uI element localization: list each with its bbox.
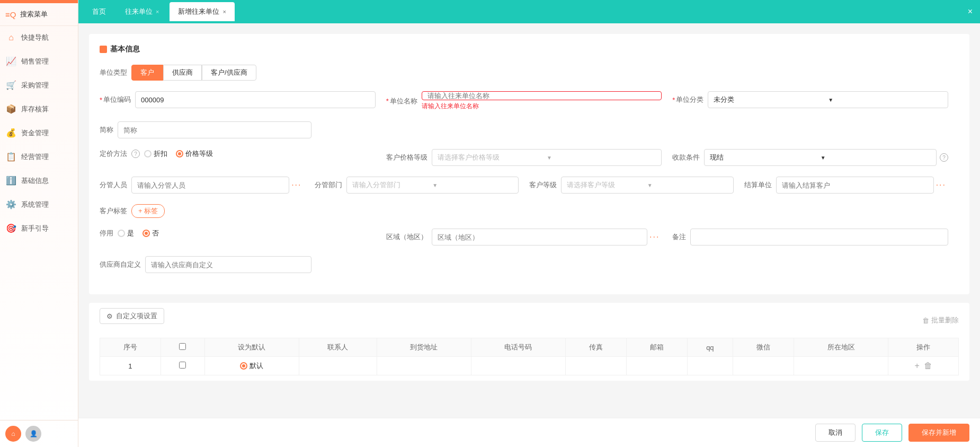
payment-select[interactable]: 现结 ▼	[704, 149, 937, 166]
sidebar-item-label: 资金管理	[21, 128, 49, 138]
row-email	[626, 357, 687, 375]
sidebar-item-guide[interactable]: 🎯 新手引导	[0, 216, 78, 240]
form-content: 基本信息 单位类型 客户 供应商 客户/供应商 * 单位编码	[78, 23, 980, 418]
pricing-level-radio[interactable]: 价格等级	[176, 149, 213, 159]
supplier-custom-label: 供应商自定义	[100, 260, 141, 269]
select-all-checkbox[interactable]	[179, 343, 186, 350]
row-action-group: + 🗑	[894, 361, 953, 371]
customer-level-field: 客户等级 请选择客户等级 ▼	[529, 177, 744, 194]
row-contact	[299, 357, 377, 375]
settlement-more-btn[interactable]: ···	[934, 180, 948, 190]
purchase-icon: 🛒	[5, 80, 17, 90]
name-input[interactable]	[422, 91, 662, 100]
payment-help-icon[interactable]: ?	[940, 153, 948, 162]
sidebar-home-btn[interactable]: ⌂	[5, 426, 21, 442]
pricing-level-circle	[176, 150, 183, 157]
unit-type-group: 客户 供应商 客户/供应商	[131, 65, 256, 81]
manager-input[interactable]	[131, 177, 289, 194]
save-new-button[interactable]: 保存并新增	[908, 424, 969, 442]
region-label: 区域（地区）	[386, 232, 427, 242]
row-delete-btn[interactable]: 🗑	[924, 361, 932, 371]
pricing-help-icon[interactable]: ?	[131, 150, 140, 158]
col-id: 序号	[100, 338, 161, 357]
sidebar-item-sales[interactable]: 📈 销售管理	[0, 49, 78, 73]
disabled-no-radio[interactable]: 否	[142, 229, 159, 238]
code-input[interactable]	[135, 91, 376, 108]
settlement-input[interactable]	[776, 177, 934, 194]
batch-delete-icon: 🗑	[922, 317, 929, 325]
row-default-circle	[240, 362, 247, 370]
col-checkbox	[161, 338, 204, 357]
tab-partners-close[interactable]: ×	[156, 8, 159, 15]
remark-input[interactable]	[690, 229, 948, 246]
col-actions: 操作	[888, 338, 959, 357]
row-qq	[687, 357, 733, 375]
department-field: 分管部门 请输入分管部门 ▼	[315, 177, 530, 194]
unit-type-supplier[interactable]: 供应商	[163, 65, 202, 81]
name-label: 单位名称	[390, 97, 417, 106]
sidebar-item-label: 采购管理	[21, 81, 49, 90]
supplier-custom-input[interactable]	[145, 256, 311, 273]
bottom-bar: 取消 保存 保存并新增	[78, 418, 980, 447]
col-address: 到货地址	[377, 338, 471, 357]
customer-level-select[interactable]: 请选择客户等级 ▼	[561, 177, 734, 194]
home-icon: ⌂	[5, 33, 17, 42]
search-menu-item[interactable]: ≡Q 搜索菜单	[0, 3, 78, 26]
save-button[interactable]: 保存	[862, 424, 902, 442]
tab-bar-close-all[interactable]: ×	[966, 5, 975, 19]
custom-settings-btn[interactable]: ⚙ 自定义项设置	[100, 308, 164, 324]
manager-more-btn[interactable]: ···	[289, 180, 304, 190]
col-wechat: 微信	[733, 338, 794, 357]
row-wechat	[733, 357, 794, 375]
row-select-checkbox[interactable]	[179, 362, 186, 369]
sidebar-item-label: 经营管理	[21, 152, 49, 162]
sidebar-item-operations[interactable]: 📋 经营管理	[0, 145, 78, 169]
sidebar-user-btn[interactable]: 👤	[25, 426, 41, 442]
cancel-button[interactable]: 取消	[815, 424, 856, 442]
region-field: 区域（地区） ···	[386, 229, 673, 246]
disabled-yes-radio[interactable]: 是	[118, 229, 134, 238]
table-body: 1 默认	[100, 357, 959, 375]
tab-home[interactable]: 首页	[84, 2, 114, 21]
region-input[interactable]	[432, 229, 647, 246]
tag-add-btn[interactable]: + 标签	[131, 204, 165, 218]
sidebar-item-basic-info[interactable]: ℹ️ 基础信息	[0, 169, 78, 192]
tab-new-partner[interactable]: 新增往来单位 ×	[170, 2, 234, 21]
short-name-field: 简称	[100, 121, 322, 138]
pricing-discount-radio[interactable]: 折扣	[144, 149, 167, 159]
table-row: 1 默认	[100, 357, 959, 375]
unit-type-customer[interactable]: 客户	[131, 65, 163, 81]
department-label: 分管部门	[315, 180, 342, 190]
settlement-field: 结算单位 ···	[744, 177, 959, 194]
unit-type-field: 单位类型 客户 供应商 客户/供应商	[100, 65, 959, 81]
sidebar-item-label: 销售管理	[21, 57, 49, 66]
unit-type-row: 单位类型 客户 供应商 客户/供应商	[100, 65, 959, 81]
customer-price-field: 客户价格等级 请选择客户价格等级 ▼	[386, 149, 673, 166]
sidebar-item-inventory[interactable]: 📦 库存核算	[0, 97, 78, 121]
sidebar-item-finance[interactable]: 💰 资金管理	[0, 121, 78, 145]
unit-type-label: 单位类型	[100, 68, 127, 77]
sidebar-item-system[interactable]: ⚙️ 系统管理	[0, 192, 78, 216]
manager-label: 分管人员	[100, 180, 127, 190]
tab-partners[interactable]: 往来单位 ×	[117, 2, 167, 21]
row-add-btn[interactable]: +	[914, 361, 919, 371]
short-name-input[interactable]	[118, 121, 311, 138]
department-select[interactable]: 请输入分管部门 ▼	[346, 177, 519, 194]
sidebar-item-quick-nav[interactable]: ⌂ 快捷导航	[0, 26, 78, 49]
col-default: 设为默认	[204, 338, 299, 357]
name-input-wrapper: 请输入往来单位名称	[422, 91, 662, 111]
search-menu-label: 搜索菜单	[20, 10, 48, 19]
region-more-btn[interactable]: ···	[647, 232, 662, 242]
tab-new-partner-close[interactable]: ×	[222, 8, 226, 15]
category-select[interactable]: 未分类 ▼	[708, 91, 948, 108]
payment-field: 收款条件 现结 ▼ ?	[672, 149, 959, 166]
payment-arrow-icon: ▼	[821, 155, 931, 161]
customer-price-select[interactable]: 请选择客户价格等级 ▼	[432, 149, 662, 166]
unit-type-both[interactable]: 客户/供应商	[202, 65, 256, 81]
sidebar-item-label: 新手引导	[21, 224, 49, 233]
sidebar: ≡Q 搜索菜单 ⌂ 快捷导航 📈 销售管理 🛒 采购管理 📦 库存核算 💰 资金…	[0, 0, 78, 447]
row-default-radio[interactable]: 默认	[210, 361, 293, 371]
sidebar-item-purchase[interactable]: 🛒 采购管理	[0, 73, 78, 97]
batch-delete-btn[interactable]: 🗑 批量删除	[922, 315, 959, 325]
sidebar-item-label: 库存核算	[21, 104, 49, 114]
